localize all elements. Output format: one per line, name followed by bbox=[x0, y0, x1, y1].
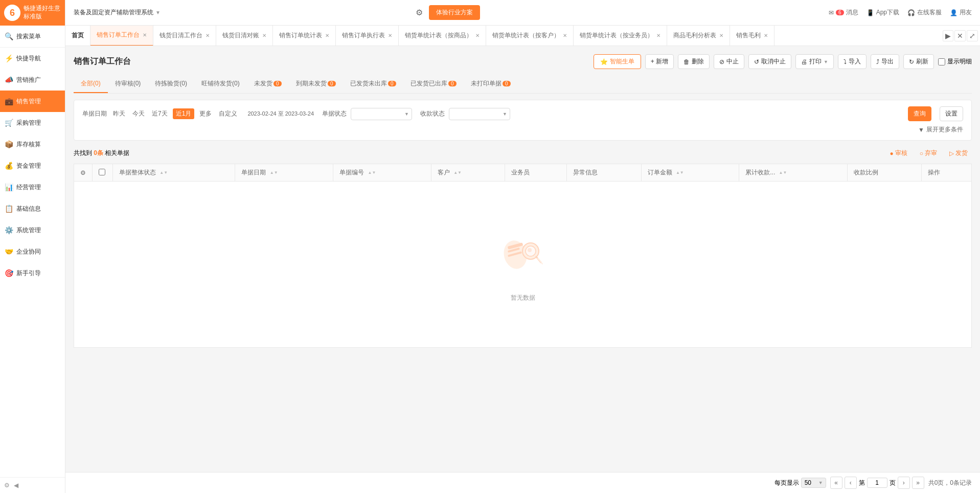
sidebar-search[interactable]: 🔍 搜索菜单 bbox=[0, 26, 65, 48]
main-area: 装备及固定资产辅助管理系统 ▼ ⚙ 体验行业方案 ✉ 6 消息 📱 App下载 … bbox=[65, 0, 980, 493]
tab-cash-daily[interactable]: 钱货日清工作台 ✕ bbox=[153, 26, 216, 46]
sidebar-item-system[interactable]: ⚙️ 系统管理 bbox=[0, 219, 65, 241]
sidebar-item-marketing[interactable]: 📣 营销推广 bbox=[0, 69, 65, 91]
filter-tab-not-printed[interactable]: 未打印单据 0 bbox=[464, 75, 518, 93]
tab-close-all-icon[interactable]: ✕ bbox=[954, 30, 966, 41]
delete-button[interactable]: 🗑 删除 bbox=[678, 54, 710, 69]
tab-revenue[interactable]: 销售毛利 ✕ bbox=[730, 26, 774, 46]
tab-sales-product[interactable]: 销货单统计表（按商品） ✕ bbox=[399, 26, 486, 46]
print-button[interactable]: 🖨 打印 ▼ bbox=[795, 54, 834, 69]
per-page-select[interactable]: 10 20 50 100 bbox=[801, 478, 826, 488]
sidebar-item-operation[interactable]: 📊 经营管理 bbox=[0, 176, 65, 198]
sort-customer-icon[interactable]: ▲▼ bbox=[453, 170, 462, 175]
select-all-checkbox[interactable] bbox=[99, 169, 105, 175]
today-shortcut[interactable]: 今天 bbox=[130, 108, 147, 119]
tab-close-customer[interactable]: ✕ bbox=[563, 33, 567, 38]
tab-close-cash-daily[interactable]: ✕ bbox=[206, 33, 210, 38]
tab-close-revenue[interactable]: ✕ bbox=[764, 33, 768, 38]
collapse-icon[interactable]: ◀ bbox=[14, 482, 18, 489]
toolbar-row: 共找到 0条 相关单据 ● 审核 ○ 弃审 ▷ 发货 bbox=[74, 147, 972, 160]
page-number-input[interactable] bbox=[867, 478, 887, 488]
payment-select[interactable] bbox=[449, 108, 510, 120]
sidebar-item-quick-nav[interactable]: ⚡ 快捷导航 bbox=[0, 48, 65, 69]
tab-sales-exec[interactable]: 销售订单执行表 ✕ bbox=[336, 26, 399, 46]
col-checkbox[interactable] bbox=[93, 164, 113, 182]
message-item[interactable]: ✉ 6 消息 bbox=[829, 8, 858, 17]
last7days-shortcut[interactable]: 近7天 bbox=[150, 108, 170, 119]
col-settings[interactable]: ⚙ bbox=[74, 164, 93, 182]
filter-tab-not-shipped[interactable]: 未发货 0 bbox=[247, 75, 289, 93]
col-collected: 累计收款... ▲▼ bbox=[739, 164, 848, 182]
first-page-btn[interactable]: « bbox=[830, 477, 842, 489]
prev-page-btn[interactable]: ‹ bbox=[845, 477, 857, 489]
yesterday-shortcut[interactable]: 昨天 bbox=[111, 108, 127, 119]
filter-tab-expired[interactable]: 到期未发货 0 bbox=[289, 75, 343, 93]
sidebar-item-sales[interactable]: 💼 销售管理 bbox=[0, 91, 65, 112]
add-button[interactable]: + 新增 bbox=[645, 54, 674, 69]
sidebar-item-inventory[interactable]: 📦 库存核算 bbox=[0, 133, 65, 155]
tab-close-exec[interactable]: ✕ bbox=[388, 33, 392, 38]
user-item[interactable]: 👤 用友 bbox=[950, 8, 972, 17]
tab-maximize-icon[interactable]: ⤢ bbox=[967, 30, 978, 41]
filter-tab-all[interactable]: 全部(0) bbox=[74, 75, 108, 93]
export-button[interactable]: ⤴ 导出 bbox=[871, 54, 899, 69]
tab-close-reconcile[interactable]: ✕ bbox=[262, 33, 266, 38]
suspend-button[interactable]: ⊘ 中止 bbox=[714, 54, 744, 69]
review-btn[interactable]: ● 审核 bbox=[886, 147, 911, 160]
filter-tab-shipped-out[interactable]: 已发货已出库 0 bbox=[403, 75, 464, 93]
suspend-icon: ⊘ bbox=[719, 58, 724, 65]
tab-sales-stats[interactable]: 销售订单统计表 ✕ bbox=[273, 26, 336, 46]
tab-home[interactable]: 首页 bbox=[65, 26, 90, 46]
online-service-item[interactable]: 🎧 在线客服 bbox=[907, 8, 942, 17]
ship-btn[interactable]: ▷ 发货 bbox=[945, 147, 972, 160]
show-detail-label[interactable]: 显示明细 bbox=[938, 57, 972, 66]
app-download-item[interactable]: 📱 App下载 bbox=[867, 8, 899, 17]
sidebar-item-basic-info[interactable]: 📋 基础信息 bbox=[0, 198, 65, 219]
sidebar-item-purchase[interactable]: 🛒 采购管理 bbox=[0, 112, 65, 133]
tab-cash-reconcile[interactable]: 钱货日清对账 ✕ bbox=[216, 26, 273, 46]
settings-filter-button[interactable]: 设置 bbox=[940, 106, 963, 121]
tab-sales-staff[interactable]: 销货单统计表（按业务员） ✕ bbox=[574, 26, 667, 46]
status-select[interactable] bbox=[351, 108, 412, 120]
tab-close-margin[interactable]: ✕ bbox=[719, 33, 723, 38]
last-month-shortcut[interactable]: 近1月 bbox=[173, 108, 195, 119]
sidebar-item-enterprise[interactable]: 🤝 企业协同 bbox=[0, 241, 65, 262]
tab-sales-customer[interactable]: 销货单统计表（按客户） ✕ bbox=[486, 26, 574, 46]
tab-close-stats[interactable]: ✕ bbox=[325, 33, 329, 38]
sort-number-icon[interactable]: ▲▼ bbox=[368, 170, 376, 175]
sort-status-icon[interactable]: ▲▼ bbox=[159, 170, 168, 175]
system-selector[interactable]: 装备及固定资产辅助管理系统 ▼ bbox=[74, 8, 409, 17]
filter-tabs: 全部(0) 待审核(0) 待拣验货(0) 旺铺待发货(0) 未发货 0 到期未发… bbox=[74, 75, 972, 94]
tab-close-staff[interactable]: ✕ bbox=[656, 33, 660, 38]
filter-tab-pending-review[interactable]: 待审核(0) bbox=[108, 75, 148, 93]
sidebar-item-finance[interactable]: 💰 资金管理 bbox=[0, 155, 65, 176]
filter-tab-shipped-not-out[interactable]: 已发货未出库 0 bbox=[343, 75, 403, 93]
expand-more-btn[interactable]: ▼ 展开更多条件 bbox=[918, 125, 963, 134]
promo-button[interactable]: 体验行业方案 bbox=[429, 5, 480, 20]
import-button[interactable]: ⤵ 导入 bbox=[838, 54, 867, 69]
sort-date-icon[interactable]: ▲▼ bbox=[270, 170, 278, 175]
filter-tab-pending-check[interactable]: 待拣验货(0) bbox=[148, 75, 194, 93]
tab-margin[interactable]: 商品毛利分析表 ✕ bbox=[667, 26, 730, 46]
sort-collected-icon[interactable]: ▲▼ bbox=[779, 170, 787, 175]
next-page-btn[interactable]: › bbox=[898, 477, 910, 489]
cancel-review-btn[interactable]: ○ 弃审 bbox=[916, 147, 941, 160]
settings-gear-icon[interactable]: ⚙ bbox=[416, 8, 423, 17]
sort-amount-icon[interactable]: ▲▼ bbox=[676, 170, 684, 175]
tab-sales-order-workbench[interactable]: 销售订单工作台 ✕ bbox=[90, 26, 153, 46]
custom-shortcut[interactable]: 自定义 bbox=[217, 108, 239, 119]
cancel-suspend-button[interactable]: ↺ 取消中止 bbox=[748, 54, 791, 69]
last-page-btn[interactable]: » bbox=[912, 477, 924, 489]
tab-close-product[interactable]: ✕ bbox=[475, 33, 480, 38]
more-shortcut[interactable]: 更多 bbox=[197, 108, 214, 119]
sidebar-item-guide[interactable]: 🎯 新手引导 bbox=[0, 262, 65, 284]
message-badge: 6 bbox=[836, 10, 844, 15]
filter-tab-wangpu[interactable]: 旺铺待发货(0) bbox=[194, 75, 247, 93]
refresh-button[interactable]: ↻ 刷新 bbox=[903, 54, 934, 69]
show-detail-checkbox[interactable] bbox=[938, 58, 945, 65]
tab-scroll-right-icon[interactable]: ▶ bbox=[943, 30, 953, 41]
settings-icon[interactable]: ⚙ bbox=[4, 482, 10, 489]
tab-close-sales-order[interactable]: ✕ bbox=[143, 32, 147, 38]
search-button[interactable]: 查询 bbox=[908, 106, 931, 121]
smart-generate-button[interactable]: ⭐ 智能生单 bbox=[594, 54, 641, 69]
